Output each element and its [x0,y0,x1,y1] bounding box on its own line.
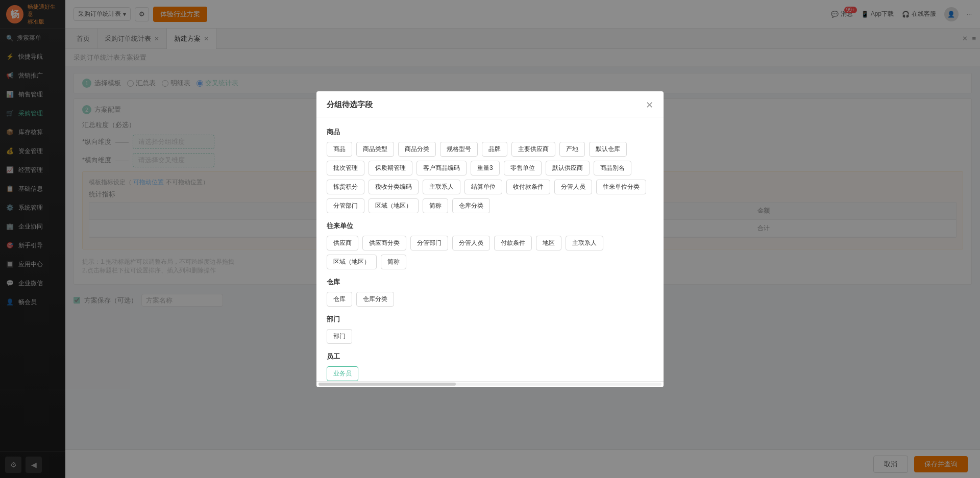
field-main-contact2[interactable]: 主联系人 [566,236,603,250]
field-area[interactable]: 地区 [536,236,561,250]
field-wh-cat[interactable]: 仓库分类 [356,292,394,307]
field-manage-dept[interactable]: 分管部门 [410,236,448,250]
field-region2[interactable]: 区域（地区） [327,255,377,269]
scroll-thumb [318,383,456,386]
field-grid-goods: 商品 商品类型 商品分类 规格型号 品牌 主要供应商 产地 默认仓库 批次管理 … [327,142,653,213]
field-manage-person[interactable]: 分管人员 [452,236,490,250]
field-retail-unit[interactable]: 零售单位 [504,161,542,175]
field-region[interactable]: 区域（地区） [369,198,419,213]
field-sales-person[interactable]: 业务员 [327,366,358,381]
section-title-emp: 员工 [327,352,653,361]
section-title-partner: 往来单位 [327,221,653,231]
field-weight[interactable]: 重量3 [471,161,500,175]
section-title-dept: 部门 [327,315,653,324]
field-tax-code[interactable]: 税收分类编码 [369,180,419,194]
field-goods-category[interactable]: 商品分类 [398,142,436,157]
field-payment-cond[interactable]: 付款条件 [494,236,532,250]
section-title-wh: 仓库 [327,278,653,287]
field-warehouse[interactable]: 仓库 [327,292,352,307]
field-spec[interactable]: 规格型号 [440,142,478,157]
field-settle-unit[interactable]: 结算单位 [464,180,502,194]
field-brand[interactable]: 品牌 [482,142,507,157]
field-selection-modal: 分组待选字段 ✕ 商品 商品 商品类型 商品分类 规格型号 品牌 主要供应商 产… [316,91,664,387]
modal-overlay: 分组待选字段 ✕ 商品 商品 商品类型 商品分类 规格型号 品牌 主要供应商 产… [0,0,980,478]
field-customer-code[interactable]: 客户商品编码 [416,161,467,175]
field-wh-category[interactable]: 仓库分类 [452,198,490,213]
field-partner-category[interactable]: 往来单位分类 [596,180,646,194]
field-grid-wh: 仓库 仓库分类 [327,292,653,307]
field-default-supplier[interactable]: 默认供应商 [546,161,590,175]
modal-body[interactable]: 商品 商品 商品类型 商品分类 规格型号 品牌 主要供应商 产地 默认仓库 批次… [316,117,664,382]
field-pick-score[interactable]: 拣货积分 [327,180,364,194]
field-dept[interactable]: 分管部门 [327,198,364,213]
field-short-name2[interactable]: 简称 [381,255,406,269]
field-batch[interactable]: 批次管理 [327,161,364,175]
field-goods[interactable]: 商品 [327,142,352,157]
field-main-contact[interactable]: 主联系人 [423,180,460,194]
field-payment-terms[interactable]: 收付款条件 [506,180,550,194]
field-grid-dept: 部门 [327,329,653,344]
modal-header: 分组待选字段 ✕ [316,91,664,117]
field-short-name[interactable]: 简称 [423,198,448,213]
modal-title: 分组待选字段 [327,100,373,110]
field-default-warehouse[interactable]: 默认仓库 [589,142,627,157]
field-grid-partner: 供应商 供应商分类 分管部门 分管人员 付款条件 地区 主联系人 区域（地区） … [327,236,653,269]
field-supplier[interactable]: 供应商 [327,236,358,250]
field-supplier-cat[interactable]: 供应商分类 [362,236,406,250]
modal-close-btn[interactable]: ✕ [646,99,653,111]
field-shelf-life[interactable]: 保质期管理 [369,161,412,175]
field-department[interactable]: 部门 [327,329,352,344]
field-alias[interactable]: 商品别名 [594,161,631,175]
field-origin[interactable]: 产地 [559,142,585,157]
section-title-goods: 商品 [327,128,653,137]
scroll-track [318,383,662,386]
field-goods-type[interactable]: 商品类型 [356,142,394,157]
field-supervisor[interactable]: 分管人员 [554,180,592,194]
field-main-supplier[interactable]: 主要供应商 [511,142,555,157]
modal-bottom-scrollbar[interactable] [316,381,664,387]
field-grid-emp: 业务员 [327,366,653,381]
